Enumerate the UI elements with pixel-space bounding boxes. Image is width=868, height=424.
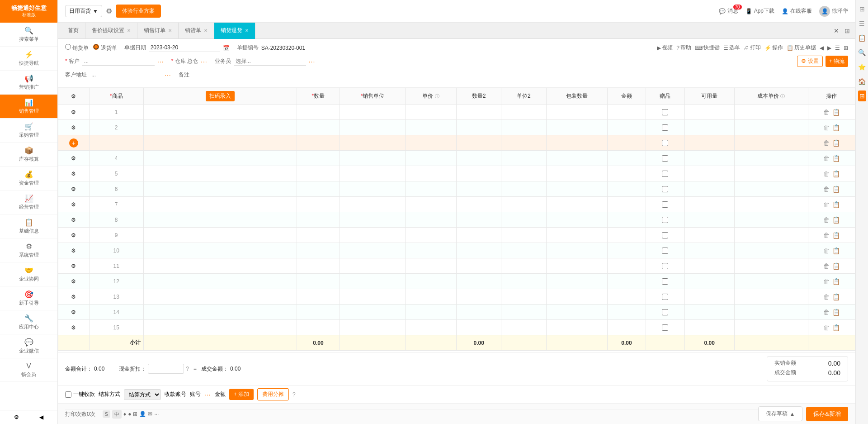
unit-cell-13[interactable] [340,305,405,320]
unit-cell-3[interactable] [340,151,405,166]
pack-qty-cell-0[interactable] [546,105,607,120]
tab-close-3[interactable]: ✕ [204,28,208,33]
sidebar-item-6[interactable]: 💰资金管理 [0,167,57,191]
gift-checkbox-2[interactable] [662,140,668,146]
person-icon[interactable]: 👤 [139,411,146,417]
account-select-btn[interactable]: ··· [204,391,211,398]
qty2-cell-6[interactable] [457,197,501,212]
available-cell-2[interactable] [684,135,734,151]
cost-price-cell-7[interactable] [734,212,808,228]
product-input-3[interactable] [146,155,294,162]
pack-qty-cell-7[interactable] [546,212,607,228]
sidebar-item-14[interactable]: V畅会员 [0,358,57,382]
s-icon[interactable]: S [103,410,110,418]
select-btn[interactable]: ☰ 选单 [723,44,740,52]
qty2-cell-12[interactable] [457,289,501,305]
unit-cell-10[interactable] [340,258,405,274]
add-logistics-button[interactable]: + 物流 [826,56,848,67]
pack-qty-cell-4[interactable] [546,166,607,181]
sidebar-item-7[interactable]: 📈经营管理 [0,191,57,214]
unit-cell-5[interactable] [340,181,405,197]
qty2-cell-13[interactable] [457,305,501,320]
add-row-btn-2[interactable]: + [69,138,78,148]
product-cell-3[interactable] [143,151,297,166]
qty2-cell-5[interactable] [457,181,501,197]
unit-cell-9[interactable] [340,243,405,258]
sidebar-item-2[interactable]: 📢营销推广 [0,71,57,95]
delete-icon-1[interactable]: 🗑 [823,124,830,131]
delete-icon-12[interactable]: 🗑 [823,293,830,300]
mail-icon[interactable]: ✉ [148,411,152,417]
copy-icon-2[interactable]: 📋 [832,139,840,147]
message-icon-container[interactable]: 💬 70 消息 [719,7,738,15]
unit2-cell-0[interactable] [501,105,546,120]
add-pay-button[interactable]: + 添加 [229,389,254,400]
product-input-7[interactable] [146,217,294,223]
price-cell-11[interactable] [405,274,456,289]
amount-cell-5[interactable] [607,181,646,197]
collapse-icon[interactable]: ◀ [39,414,43,420]
scan-button[interactable]: 扫码录入 [206,91,235,101]
gift-checkbox-9[interactable] [662,248,668,254]
pack-qty-cell-1[interactable] [546,120,607,135]
delete-icon-14[interactable]: 🗑 [823,324,830,331]
copy-icon-9[interactable]: 📋 [832,247,840,254]
qty-cell-3[interactable] [297,151,340,166]
rt-icon-3[interactable]: 📋 [857,33,867,43]
amount-cell-11[interactable] [607,274,646,289]
qty-cell-11[interactable] [297,274,340,289]
copy-icon-12[interactable]: 📋 [832,293,840,300]
available-cell-1[interactable] [684,120,734,135]
cost-price-cell-1[interactable] [734,120,808,135]
price-cell-14[interactable] [405,320,456,335]
unit2-cell-5[interactable] [501,181,546,197]
product-input-9[interactable] [146,248,294,254]
nav-prev[interactable]: ◀ [820,45,824,51]
qty2-cell-9[interactable] [457,243,501,258]
qty-cell-12[interactable] [297,289,340,305]
cost-price-cell-6[interactable] [734,197,808,212]
cost-price-cell-2[interactable] [734,135,808,151]
cost-price-cell-10[interactable] [734,258,808,274]
unit2-cell-7[interactable] [501,212,546,228]
tab-2[interactable]: 销售订单✕ [137,23,179,39]
copy-icon-1[interactable]: 📋 [832,124,840,131]
qty-cell-1[interactable] [297,120,340,135]
gift-checkbox-10[interactable] [662,263,668,269]
rt-icon-6[interactable]: 🏠 [857,76,867,87]
amount-cell-14[interactable] [607,320,646,335]
warehouse-select-btn[interactable]: ··· [201,58,208,65]
delete-icon-3[interactable]: 🗑 [823,155,830,162]
radio-return[interactable] [93,44,99,50]
gift-checkbox-12[interactable] [662,294,668,300]
unit2-cell-2[interactable] [501,135,546,151]
video-btn[interactable]: ▶ 视频 [657,44,673,52]
expand-icon[interactable]: ⊞ [843,26,852,35]
product-cell-1[interactable] [143,120,297,135]
customer-input[interactable] [82,57,155,66]
tab-4[interactable]: 销货退货✕ [214,23,255,39]
sidebar-item-12[interactable]: 🔧应用中心 [0,310,57,334]
col-setting[interactable]: ⚙ [58,88,90,105]
save-draft-button[interactable]: 保存草稿 ▲ [758,406,802,421]
copy-icon-3[interactable]: 📋 [832,155,840,162]
cost-price-cell-0[interactable] [734,105,808,120]
qty-cell-5[interactable] [297,181,340,197]
tab-3[interactable]: 销货单✕ [179,23,214,39]
copy-icon-0[interactable]: 📋 [832,109,840,116]
nav-next[interactable]: ▶ [827,45,831,51]
pack-qty-cell-8[interactable] [546,228,607,243]
price-cell-5[interactable] [405,181,456,197]
operation-btn[interactable]: ⚡ 操作 [764,44,783,52]
delete-icon-11[interactable]: 🗑 [823,278,830,285]
print-btn[interactable]: 🖨 打印 [744,44,761,52]
grid-icon[interactable]: ⊞ [133,411,137,417]
product-input-6[interactable] [146,201,294,208]
unit2-cell-3[interactable] [501,151,546,166]
gear-icon[interactable]: ⚙ [106,7,112,15]
gift-checkbox-3[interactable] [662,155,668,162]
price-cell-8[interactable] [405,228,456,243]
product-cell-2[interactable] [143,135,297,151]
delete-icon-9[interactable]: 🗑 [823,247,830,254]
qty-cell-10[interactable] [297,258,340,274]
